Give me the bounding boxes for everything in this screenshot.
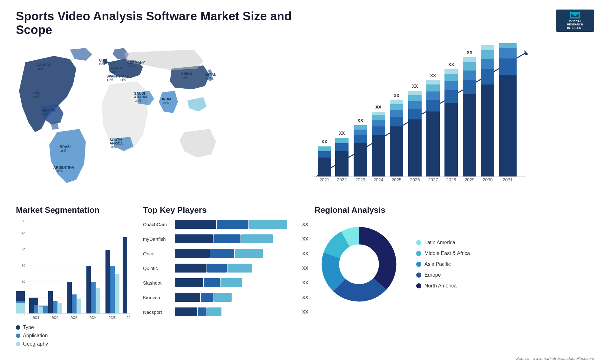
germany-label: GERMANY (127, 61, 145, 64)
canada-label: CANADA (37, 63, 52, 67)
france-label: FRANCE (109, 66, 123, 70)
svg-rect-117 (53, 301, 58, 313)
saudi-label2: ARABIA (134, 95, 148, 99)
svg-rect-66 (444, 81, 458, 90)
logo-icon (569, 11, 581, 19)
svg-text:xx%: xx% (135, 99, 141, 102)
svg-rect-27 (335, 138, 349, 143)
svg-rect-39 (372, 115, 385, 120)
spain-label: SPAIN (106, 74, 117, 78)
svg-text:xx%: xx% (206, 77, 212, 80)
player-quintic: Quintic XX (143, 264, 308, 273)
svg-rect-43 (390, 126, 403, 177)
svg-rect-33 (354, 125, 367, 130)
svg-rect-114 (39, 307, 43, 313)
middle-east-dot (416, 251, 421, 256)
svg-rect-86 (499, 58, 517, 75)
asia-pacific-dot (416, 262, 421, 267)
svg-rect-37 (372, 126, 385, 135)
svg-text:AFRICA: AFRICA (110, 141, 123, 145)
svg-rect-21 (318, 151, 331, 158)
svg-text:xx%: xx% (163, 101, 169, 105)
svg-rect-72 (463, 80, 476, 94)
svg-rect-73 (463, 71, 476, 80)
svg-text:2026: 2026 (410, 177, 420, 182)
players-title: Top Key Players (143, 205, 308, 215)
svg-rect-118 (58, 303, 62, 313)
japan-label: JAPAN (205, 73, 217, 77)
player-slashdot: Slashdot XX (143, 278, 308, 287)
svg-text:xx%: xx% (107, 78, 113, 82)
player-kinovea: Kinovea XX (143, 293, 308, 302)
donut-chart-container (315, 220, 403, 309)
svg-rect-51 (408, 109, 422, 119)
china-label: CHINA (181, 72, 192, 76)
svg-rect-128 (105, 250, 110, 313)
svg-text:XX: XX (322, 139, 328, 144)
svg-rect-64 (444, 103, 458, 177)
geography-dot (16, 342, 20, 346)
svg-text:20: 20 (22, 280, 25, 283)
argentina-label: ARGENTINA (53, 165, 74, 169)
bar-chart: XX 2021 XX 2022 XX 2023 (238, 43, 594, 196)
svg-text:2025: 2025 (109, 316, 116, 320)
svg-rect-71 (463, 94, 476, 177)
svg-text:XX: XX (357, 118, 363, 123)
svg-rect-74 (463, 62, 476, 71)
svg-rect-25 (335, 151, 349, 177)
svg-point-140 (339, 245, 379, 284)
svg-text:40: 40 (22, 248, 25, 252)
svg-text:xx%: xx% (99, 62, 105, 66)
svg-rect-47 (390, 100, 403, 104)
svg-rect-130 (115, 274, 119, 313)
svg-text:2026: 2026 (127, 316, 130, 320)
bottom-row: Market Segmentation 0 10 20 30 40 50 60 (16, 205, 594, 342)
svg-text:xx%: xx% (57, 169, 63, 173)
svg-text:xx%: xx% (182, 76, 188, 79)
north-america-dot (416, 283, 421, 288)
legend-europe: Europe (416, 272, 470, 278)
svg-text:XX: XX (467, 50, 473, 55)
svg-text:2021: 2021 (319, 177, 329, 182)
svg-rect-126 (96, 288, 100, 313)
svg-text:xx%: xx% (120, 78, 126, 82)
svg-text:2031: 2031 (503, 177, 512, 182)
svg-rect-65 (444, 90, 458, 103)
top-row: CANADA xx% U.S. xx% MEXICO xx% BRAZIL xx… (16, 43, 594, 196)
svg-rect-26 (335, 143, 349, 151)
regional-content: Latin America Middle East & Africa Asia … (315, 220, 594, 309)
svg-rect-121 (72, 294, 77, 313)
svg-text:XX: XX (339, 131, 345, 136)
svg-rect-22 (318, 146, 331, 151)
svg-rect-112 (29, 298, 34, 313)
svg-rect-40 (372, 112, 385, 115)
logo-box: MARKET RESEARCH INTELLECT (556, 10, 594, 32)
svg-rect-88 (499, 43, 517, 48)
svg-text:xx%: xx% (43, 112, 49, 116)
seg-legend: Type Application Geography (16, 325, 137, 347)
svg-text:XX: XX (394, 93, 400, 98)
svg-text:xx%: xx% (111, 145, 117, 149)
player-mydartfish: myDartfish XX (143, 234, 308, 243)
player-once: Once XX (143, 249, 308, 258)
svg-rect-52 (408, 101, 422, 109)
svg-text:XX: XX (430, 73, 436, 78)
svg-text:2023: 2023 (71, 316, 78, 320)
europe-dot (416, 273, 421, 278)
latin-america-dot (416, 240, 421, 245)
us-label: U.S. (33, 91, 40, 95)
svg-rect-46 (390, 104, 403, 110)
svg-rect-32 (354, 130, 367, 135)
svg-text:2022: 2022 (51, 316, 59, 320)
players-list: CoachCam XX myDartfish (143, 220, 308, 316)
svg-text:xx%: xx% (110, 70, 116, 73)
svg-rect-113 (34, 305, 38, 313)
svg-text:2024: 2024 (373, 177, 383, 182)
type-dot (16, 325, 20, 330)
svg-text:2028: 2028 (446, 177, 456, 182)
donut-chart (315, 220, 403, 309)
svg-text:2029: 2029 (464, 177, 474, 182)
svg-text:50: 50 (22, 232, 25, 236)
legend-middle-east: Middle East & Africa (416, 251, 470, 256)
svg-rect-31 (354, 135, 367, 143)
